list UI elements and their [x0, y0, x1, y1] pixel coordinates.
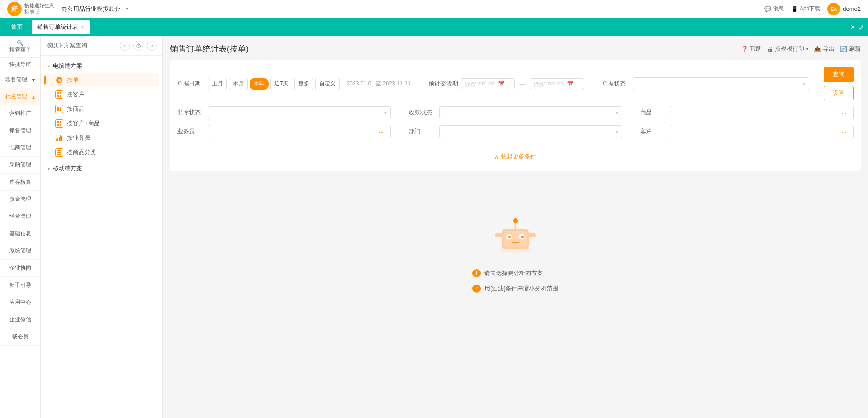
svg-rect-24 [504, 231, 527, 247]
window-expand-icon[interactable]: ⤢ [859, 23, 864, 32]
settings-btn[interactable]: 设置 [824, 86, 854, 100]
sidebar-item-system[interactable]: 系统管理 [0, 242, 40, 260]
department-arrow-icon: ▾ [616, 129, 618, 134]
tab-close-btn[interactable]: × [81, 24, 84, 30]
svg-point-27 [508, 236, 511, 238]
refresh-btn[interactable]: 🔄 刷新 [840, 45, 861, 53]
collapse-btn[interactable]: ∧ 收起更多条件 [177, 149, 854, 164]
sidebar-item-finance[interactable]: 资金管理 [0, 191, 40, 208]
tab-bar-right: × ⤢ [851, 23, 864, 32]
scheme-settings-btn[interactable]: ⚙ [133, 41, 143, 51]
export-icon: 📤 [814, 46, 821, 52]
sidebar-item-retail[interactable]: 零售管理 ▾ [0, 71, 40, 88]
ship-status-label: 出库状态 [177, 109, 204, 117]
pc-scheme-group: ▾ 电脑端方案 按 按单 [44, 59, 159, 160]
pc-group-arrow: ▾ [48, 64, 50, 69]
scheme-by-product[interactable]: 按商品 [44, 102, 159, 116]
print-icon: 🖨 [767, 46, 773, 52]
sidebar-item-purchase[interactable]: 采购管理 [0, 157, 40, 174]
sidebar-nav[interactable]: 快捷导航 [0, 58, 40, 71]
salesperson-select[interactable]: ··· [208, 125, 391, 138]
logo-text: 畅捷通好生意 标准版 [24, 3, 54, 14]
svg-rect-21 [57, 154, 61, 155]
add-scheme-btn[interactable]: + [120, 41, 130, 51]
tab-home[interactable]: 首页 [4, 20, 30, 34]
scheme-by-category[interactable]: 按商品分类 [44, 145, 159, 160]
customer-select[interactable]: ··· [671, 125, 854, 138]
help-btn[interactable]: ❓ 帮助 [741, 45, 762, 53]
sidebar-item-wechat[interactable]: 企业微信 [0, 311, 40, 328]
svg-rect-32 [528, 233, 536, 237]
status-select[interactable]: ▾ [633, 77, 809, 90]
by-category-icon [55, 148, 63, 157]
scheme-by-order[interactable]: 按 按单 [44, 73, 159, 87]
mobile-scheme-group: ▸ 移动端方案 [44, 162, 159, 175]
user-area[interactable]: Ea demo2 [827, 3, 861, 15]
date-btn-7days[interactable]: 近7天 [270, 78, 292, 90]
message-btn[interactable]: 💬 消息 [764, 5, 784, 13]
sidebar-item-marketing[interactable]: 营销推广 [0, 105, 40, 122]
svg-rect-10 [57, 121, 59, 123]
filter-row-3: 业务员 ··· 部门 ▾ 客户 [177, 125, 854, 138]
sidebar-item-appstore[interactable]: 应用中心 [0, 294, 40, 311]
calendar-icon-from: 📅 [498, 81, 505, 87]
sidebar-item-basic[interactable]: 基础信息 [0, 225, 40, 242]
sidebar-item-newbie[interactable]: 新手引导 [0, 277, 40, 294]
print-btn[interactable]: 🖨 按模板打印 ▾ [767, 45, 808, 53]
app-download-btn[interactable]: 📱 App下载 [791, 5, 820, 13]
product-select[interactable]: ··· [671, 106, 854, 119]
pc-scheme-group-header[interactable]: ▾ 电脑端方案 [44, 59, 159, 73]
sidebar-search[interactable]: 🔍 搜索菜单 [0, 36, 40, 58]
department-select[interactable]: ▾ [439, 125, 622, 138]
customer-label: 客户 [640, 128, 667, 136]
product-label: 商品 [640, 109, 667, 117]
export-btn[interactable]: 📤 导出 [814, 45, 835, 53]
date-btn-last-month[interactable]: 上月 [208, 78, 227, 90]
scheme-by-customer-product[interactable]: 按客户+商品 [44, 116, 159, 131]
top-bar-left: 好 畅捷通好生意 标准版 办公用品行业模拟账套 ▾ [7, 2, 129, 16]
svg-rect-17 [60, 135, 61, 141]
panel-collapse-btn[interactable]: « [147, 41, 157, 51]
tab-sales-order-stats[interactable]: 销售订单统计表 × [32, 20, 90, 34]
date-btn-more[interactable]: 更多 [294, 78, 313, 90]
date-separator: — [518, 81, 527, 87]
svg-rect-8 [57, 109, 59, 111]
sidebar-item-enterprise[interactable]: 企业协同 [0, 260, 40, 277]
customer-more-icon[interactable]: ··· [839, 127, 849, 136]
date-btn-this-month[interactable]: 本月 [229, 78, 248, 90]
collect-status-label: 收款状态 [409, 109, 436, 117]
sidebar-item-wholesale[interactable]: 批发管理 ▴ [0, 88, 40, 105]
by-customer-product-icon [55, 119, 63, 128]
expected-date-to[interactable]: yyyy-mm-dd 📅 [530, 78, 584, 89]
mobile-group-arrow: ▸ [48, 166, 50, 171]
empty-steps: 1 请先选择要分析的方案 2 用[过滤]条件来缩小分析范围 [472, 267, 558, 294]
page-actions: ❓ 帮助 🖨 按模板打印 ▾ 📤 导出 🔄 刷新 [741, 45, 861, 53]
ship-status-select[interactable]: ▾ [208, 106, 391, 119]
scheme-by-customer[interactable]: 按客户 [44, 87, 159, 102]
svg-rect-3 [60, 92, 61, 94]
date-btn-custom[interactable]: 自定义 [315, 78, 340, 90]
top-title-arrow[interactable]: ▾ [126, 5, 129, 12]
by-salesperson-icon [55, 134, 63, 142]
scheme-by-salesperson[interactable]: 按业务员 [44, 131, 159, 145]
sidebar-item-inventory[interactable]: 库存核算 [0, 174, 40, 191]
sidebar-item-operations[interactable]: 经营管理 [0, 208, 40, 225]
date-btn-this-year[interactable]: 本年 [250, 78, 269, 90]
mobile-scheme-group-header[interactable]: ▸ 移动端方案 [44, 162, 159, 175]
salesperson-label: 业务员 [177, 128, 204, 136]
sidebar-item-sales[interactable]: 销售管理 [0, 122, 40, 139]
status-arrow-icon: ▾ [803, 81, 805, 86]
window-close-icon[interactable]: × [851, 23, 855, 32]
empty-step-1: 1 请先选择要分析的方案 [472, 267, 558, 279]
left-panel-header: 按以下方案查询 + ⚙ « [41, 36, 162, 56]
expected-date-from[interactable]: yyyy-mm-dd 📅 [461, 78, 515, 89]
sidebar-item-member[interactable]: 畅会员 [0, 328, 40, 346]
query-btn[interactable]: 查询 [824, 67, 854, 82]
product-more-icon[interactable]: ··· [839, 108, 849, 117]
collect-status-select[interactable]: ▾ [439, 106, 622, 119]
svg-rect-7 [60, 107, 61, 109]
sidebar-item-ecommerce[interactable]: 电商管理 [0, 139, 40, 157]
left-panel-title: 按以下方案查询 [46, 42, 87, 50]
salesperson-more-icon[interactable]: ··· [376, 127, 387, 136]
by-product-icon [55, 105, 63, 113]
